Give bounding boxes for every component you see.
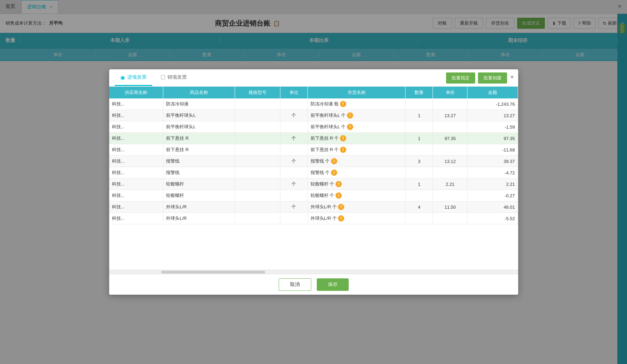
modal-toolbar: 批量指定 批量创建	[195, 72, 513, 84]
table-row[interactable]: 科技...报警线个报警线 个 !313.1239.37	[109, 156, 518, 167]
table-row[interactable]: 科技...前平衡杆球头L前平衡杆球头L 个 !-1.59	[109, 121, 518, 133]
modal-overlay: ◉ 进项发票 ☐ 销项发票 批量指定 批量创建 × 供应商名称 商品名称 规格型	[0, 0, 627, 364]
table-row[interactable]: 科技...前平衡杆球头L个前平衡杆球头L 个 !113.2713.27	[109, 110, 518, 121]
table-row[interactable]: 科技...前下悬挂 R个前下悬挂 R 个 !197.3597.35	[109, 133, 518, 144]
modal-footer: 取消 保存	[109, 274, 518, 295]
modal-close-icon[interactable]: ×	[510, 73, 514, 81]
table-row[interactable]: 科技...报警线报警线 个 !-4.72	[109, 167, 518, 179]
incoming-icon: ◉	[120, 74, 125, 81]
modal-header: ◉ 进项发票 ☐ 销项发票 批量指定 批量创建 ×	[109, 69, 518, 87]
warning-icon: !	[336, 192, 342, 199]
table-row[interactable]: 科技...外球头L/R个外球头L/R 个 !411.5046.01	[109, 201, 518, 213]
table-header-row: 供应商名称 商品名称 规格型号 单位 存货名称 数量 单价 金额	[109, 87, 518, 98]
invoice-modal: ◉ 进项发票 ☐ 销项发票 批量指定 批量创建 × 供应商名称 商品名称 规格型	[109, 69, 518, 295]
th-spec: 规格型号	[235, 87, 280, 98]
warning-icon: !	[336, 181, 342, 187]
warning-icon: !	[331, 170, 337, 176]
th-unit: 单位	[280, 87, 308, 98]
invoice-table: 供应商名称 商品名称 规格型号 单位 存货名称 数量 单价 金额 科技...防冻…	[109, 87, 518, 224]
cancel-button[interactable]: 取消	[279, 278, 311, 291]
table-row[interactable]: 科技...前下悬挂 R前下悬挂 R 个 !-11.68	[109, 144, 518, 156]
th-price: 单价	[433, 87, 468, 98]
warning-icon: !	[347, 112, 353, 119]
warning-icon: !	[340, 101, 346, 107]
batch-assign-button[interactable]: 批量指定	[446, 72, 475, 84]
th-qty: 数量	[406, 87, 433, 98]
warning-icon: !	[347, 124, 353, 130]
th-supplier: 供应商名称	[109, 87, 163, 98]
th-inventory: 存货名称	[307, 87, 406, 98]
horizontal-scrollbar[interactable]	[109, 270, 518, 274]
warning-icon: !	[338, 204, 344, 210]
th-product: 商品名称	[163, 87, 235, 98]
warning-icon: !	[340, 135, 346, 141]
warning-icon: !	[331, 158, 337, 164]
outgoing-icon: ☐	[160, 74, 165, 81]
scrollbar-thumb[interactable]	[161, 271, 265, 274]
th-amount: 金额	[468, 87, 518, 98]
table-row[interactable]: 科技...外球头L/R外球头L/R 个 !-5.52	[109, 213, 518, 224]
warning-icon: !	[338, 215, 344, 222]
batch-create-button[interactable]: 批量创建	[478, 72, 507, 84]
invoice-table-container[interactable]: 供应商名称 商品名称 规格型号 单位 存货名称 数量 单价 金额 科技...防冻…	[109, 87, 518, 270]
tab-incoming-invoice[interactable]: ◉ 进项发票	[115, 70, 152, 86]
tab-outgoing-invoice[interactable]: ☐ 销项发票	[155, 70, 192, 86]
warning-icon: !	[340, 147, 346, 153]
save-button[interactable]: 保存	[317, 278, 349, 291]
table-row[interactable]: 科技...轮毂螺杆轮毂螺杆 个 !-0.27	[109, 190, 518, 201]
table-row[interactable]: 科技...轮毂螺杆个轮毂螺杆 个 !12.212.21	[109, 179, 518, 190]
table-row[interactable]: 科技...防冻冷却液防冻冷却液 瓶 !-1,243.76	[109, 98, 518, 110]
